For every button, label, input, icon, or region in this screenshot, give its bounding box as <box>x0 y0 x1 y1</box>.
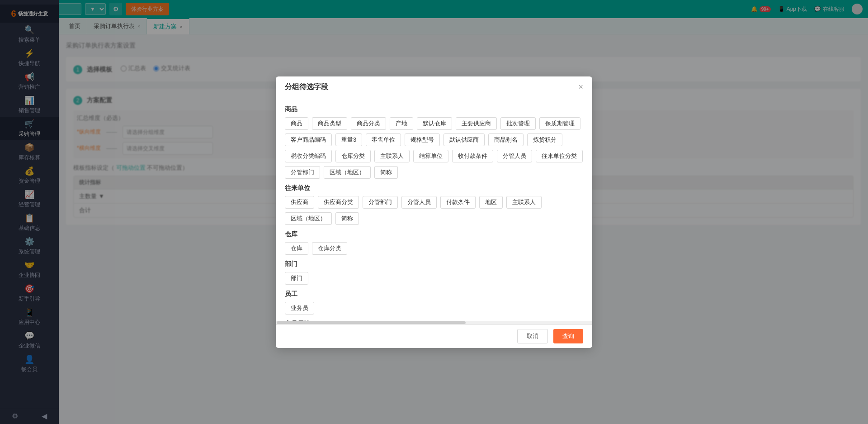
field-tag[interactable]: 收付款条件 <box>452 150 493 162</box>
modal-title: 分组待选字段 <box>285 82 328 92</box>
field-tag[interactable]: 默认仓库 <box>417 117 452 130</box>
group-counterpart-title: 往来单位 <box>285 184 583 192</box>
group-counterpart-fields: 供应商 供应商分类 分管部门 分管人员 付款条件 地区 主联系人 区域（地区） … <box>285 196 583 225</box>
field-tag[interactable]: 付款条件 <box>440 196 476 209</box>
hscroll-thumb <box>277 321 466 324</box>
field-tag[interactable]: 主联系人 <box>506 196 542 209</box>
field-tag[interactable]: 主联系人 <box>374 150 410 162</box>
field-tag[interactable]: 简称 <box>374 166 398 179</box>
confirm-button[interactable]: 查询 <box>553 329 583 343</box>
field-tag[interactable]: 默认供应商 <box>443 133 485 146</box>
field-tag[interactable]: 商品别名 <box>488 133 524 146</box>
group-warehouse-title: 仓库 <box>285 230 583 238</box>
field-tag[interactable]: 产地 <box>390 117 413 130</box>
group-product-fields: 商品 商品类型 商品分类 产地 默认仓库 主要供应商 批次管理 保质期管理 客户… <box>285 117 583 179</box>
field-tag[interactable]: 往来单位分类 <box>536 150 583 162</box>
group-employee-fields: 业务员 <box>285 302 583 314</box>
cancel-button[interactable]: 取消 <box>517 329 548 343</box>
field-tag[interactable]: 商品类型 <box>312 117 347 130</box>
field-tag[interactable]: 商品 <box>285 117 308 130</box>
field-tag[interactable]: 供应商分类 <box>318 196 359 209</box>
field-tag[interactable]: 仓库分类 <box>335 150 371 162</box>
group-product-title: 商品 <box>285 105 583 114</box>
modal-header: 分组待选字段 × <box>276 76 592 98</box>
field-select-modal: 分组待选字段 × 商品 商品 商品类型 商品分类 产地 默认仓库 主要供应商 批… <box>276 76 592 348</box>
field-tag[interactable]: 分管人员 <box>401 196 437 209</box>
field-tag[interactable]: 结算单位 <box>413 150 448 162</box>
field-tag[interactable]: 拣货积分 <box>527 133 562 146</box>
group-department-fields: 部门 <box>285 272 583 285</box>
field-tag[interactable]: 简称 <box>335 212 359 225</box>
modal-body: 商品 商品 商品类型 商品分类 产地 默认仓库 主要供应商 批次管理 保质期管理… <box>276 98 592 321</box>
field-tag[interactable]: 分管部门 <box>363 196 398 209</box>
field-tag[interactable]: 税收分类编码 <box>285 150 332 162</box>
modal-overlay: 分组待选字段 × 商品 商品 商品类型 商品分类 产地 默认仓库 主要供应商 批… <box>0 0 868 424</box>
field-tag[interactable]: 地区 <box>479 196 503 209</box>
field-tag[interactable]: 保质期管理 <box>539 117 580 130</box>
field-tag[interactable]: 区域（地区） <box>324 166 371 179</box>
group-employee-title: 员工 <box>285 290 583 298</box>
field-tag[interactable]: 业务员 <box>285 302 314 314</box>
field-tag[interactable]: 重量3 <box>335 133 362 146</box>
modal-hscroll[interactable] <box>276 321 592 324</box>
field-tag[interactable]: 部门 <box>285 272 308 285</box>
group-warehouse-fields: 仓库 仓库分类 <box>285 242 583 255</box>
field-tag[interactable]: 商品分类 <box>351 117 386 130</box>
field-tag[interactable]: 客户商品编码 <box>285 133 332 146</box>
field-tag[interactable]: 区域（地区） <box>285 212 332 225</box>
field-tag[interactable]: 规格型号 <box>405 133 440 146</box>
field-tag[interactable]: 分管部门 <box>285 166 320 179</box>
field-tag[interactable]: 供应商 <box>285 196 314 209</box>
field-tag[interactable]: 仓库 <box>285 242 308 255</box>
field-tag[interactable]: 批次管理 <box>500 117 536 130</box>
field-tag[interactable]: 分管人员 <box>497 150 532 162</box>
field-tag[interactable]: 零售单位 <box>366 133 401 146</box>
field-tag[interactable]: 主要供应商 <box>456 117 497 130</box>
field-tag[interactable]: 仓库分类 <box>312 242 347 255</box>
modal-footer: 取消 查询 <box>276 324 592 348</box>
modal-close-btn[interactable]: × <box>578 82 583 92</box>
group-department-title: 部门 <box>285 260 583 268</box>
